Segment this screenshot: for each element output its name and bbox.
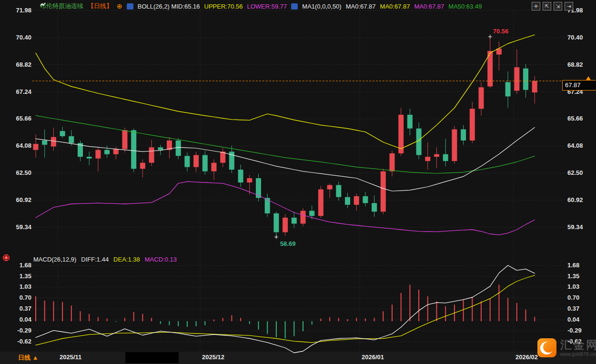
- candle-body: [158, 147, 163, 150]
- price-axis-label-left: 60.92: [16, 196, 31, 203]
- low-price-annotation: 58.69: [280, 240, 296, 247]
- candle-body: [443, 154, 448, 161]
- macd-axis-label-right: -0.29: [567, 327, 582, 334]
- scale-right-icon[interactable]: ⇥: [565, 2, 573, 10]
- price-axis-label-right: 62.50: [567, 169, 583, 176]
- pan-crosshair-icon[interactable]: ✛: [532, 2, 540, 10]
- candle-body: [470, 109, 475, 141]
- macd-axis-label-left: 1.68: [20, 262, 31, 269]
- candle-body: [336, 185, 341, 197]
- x-axis-date-label: 2026/01: [362, 354, 384, 361]
- candle-body: [87, 157, 92, 159]
- ma-indicator-icon[interactable]: [291, 3, 298, 10]
- candle-body: [95, 150, 101, 159]
- logo-crescent-inner: [543, 342, 554, 353]
- price-chart-canvas[interactable]: 71.9871.9870.4070.4068.8268.8267.2467.24…: [0, 0, 596, 364]
- scale-bottom-right-icon[interactable]: ⇲: [554, 2, 562, 10]
- macd-axis-label-left: 0.37: [20, 305, 31, 312]
- candle-body: [309, 211, 314, 216]
- candle-body: [140, 163, 145, 169]
- boll-legend: BOLL(26,2) MID:65.16: [138, 3, 200, 10]
- candle-body: [238, 170, 243, 182]
- candle-body: [416, 129, 422, 155]
- price-axis-label-right: 68.82: [567, 61, 583, 68]
- boll-lower-legend: LOWER:59.77: [247, 3, 287, 10]
- macd-axis-label-right: 1.68: [567, 262, 579, 269]
- candle-body: [193, 155, 199, 167]
- x-axis-date-label: 2026/02: [515, 354, 538, 361]
- timeframe-arrow-icon: ▲: [32, 354, 39, 361]
- candle-body: [505, 82, 511, 96]
- logo-site-url: www.gold678.com: [560, 352, 596, 357]
- candle-body: [51, 137, 56, 147]
- macd-axis-label-right: 1.35: [567, 273, 579, 280]
- macd-label[interactable]: MACD(26,12,9): [33, 256, 76, 263]
- macd-axis-label-left: -0.29: [17, 327, 31, 334]
- candle-body: [273, 213, 279, 233]
- ma0-white-legend: MA0:67.87: [346, 3, 376, 10]
- chart-app-window: 71.9871.9870.4070.4068.8268.8267.2467.24…: [0, 0, 596, 364]
- candle-body: [381, 172, 386, 212]
- period-tag[interactable]: 【日线】: [88, 2, 112, 10]
- candle-body: [514, 67, 519, 91]
- candle-body: [479, 87, 484, 109]
- chart-toolbar: ✛ ⇱ ⇲ ⇥: [532, 2, 573, 10]
- candle-body: [212, 163, 217, 172]
- high-price-annotation: 70.56: [493, 28, 509, 35]
- logo-text-block: 汇金网 www.gold678.com: [560, 339, 596, 357]
- macd-axis-label-right: 0.70: [567, 294, 579, 301]
- price-axis-label-right: 65.66: [567, 115, 583, 122]
- candle-body: [372, 203, 377, 212]
- candle-body: [354, 196, 359, 205]
- chart-legend-bar: 布伦特原油连续 【日线】 ⊕ BOLL(26,2) MID:65.16 UPPE…: [40, 2, 482, 10]
- macd-axis-label-left: 0.04: [20, 316, 32, 323]
- candle-body: [318, 189, 323, 216]
- macd-diff-value: DIFF:1.44: [81, 256, 109, 263]
- candle-body: [523, 69, 528, 90]
- ma50-line: [36, 116, 535, 173]
- add-indicator-icon[interactable]: ⊕: [117, 2, 122, 10]
- price-axis-label-left: 59.34: [16, 223, 31, 231]
- price-axis-label-left: 65.66: [16, 115, 31, 122]
- candle-body: [425, 157, 430, 161]
- candle-body: [113, 149, 119, 154]
- candle-body: [220, 152, 225, 162]
- timeframe-selector[interactable]: 日线 ▲: [18, 354, 39, 362]
- ma50-legend: MA50:63.49: [448, 3, 482, 10]
- boll-indicator-icon[interactable]: [127, 3, 133, 10]
- macd-axis-label-left: 1.35: [20, 273, 31, 280]
- candle-body: [390, 153, 395, 172]
- candle-body: [301, 211, 306, 223]
- price-axis-label-left: 71.98: [16, 7, 31, 14]
- logo-site-name: 汇金网: [560, 339, 596, 351]
- candle-body: [345, 197, 350, 205]
- ma0-magenta-legend: MA0:67.87: [414, 3, 444, 10]
- macd-axis-label-right: 0.37: [567, 305, 579, 312]
- macd-axis-label-left: -0.62: [17, 338, 31, 345]
- indicator-settings-icon[interactable]: [2, 254, 10, 262]
- candle-body: [292, 218, 297, 224]
- candle-body: [461, 129, 466, 140]
- candle-body: [104, 150, 110, 154]
- price-axis-label-right: 70.40: [567, 34, 583, 41]
- macd-legend-bar: MACD(26,12,9) DIFF:1.44 DEA:1.38 MACD:0.…: [33, 256, 177, 263]
- ma-group-legend: MA1(0,0,0,50): [302, 3, 341, 10]
- candle-body: [256, 178, 261, 198]
- ma0-yellow-legend: MA0:67.87: [380, 3, 410, 10]
- candle-body: [532, 81, 537, 92]
- candle-body: [407, 115, 413, 129]
- huijin-logo-icon: [537, 338, 556, 357]
- candle-body: [60, 131, 65, 136]
- candle-body: [33, 144, 39, 150]
- macd-axis-label-right: 1.03: [567, 283, 579, 290]
- candle-body: [184, 156, 190, 167]
- symbol-name[interactable]: 布伦特原油连续: [40, 2, 83, 10]
- macd-hist-value: MACD:0.13: [145, 256, 177, 263]
- boll-mid-line: [36, 128, 535, 192]
- price-axis-label-left: 62.50: [16, 169, 31, 176]
- candle-body: [283, 218, 288, 233]
- price-axis-label-left: 70.40: [16, 34, 31, 41]
- candle-body: [42, 141, 47, 145]
- price-axis-label-right: 64.08: [567, 142, 583, 149]
- scale-top-left-icon[interactable]: ⇱: [543, 2, 551, 10]
